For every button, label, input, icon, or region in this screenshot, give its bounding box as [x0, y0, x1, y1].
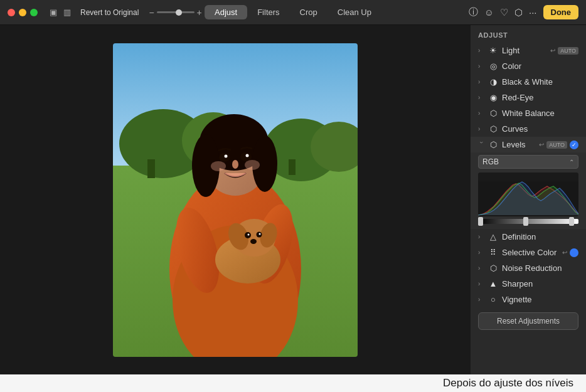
slider-handle-mid[interactable] — [523, 217, 528, 226]
zoom-plus-button[interactable]: + — [197, 8, 202, 18]
light-icon: ☀ — [488, 46, 498, 55]
close-button[interactable] — [8, 9, 15, 16]
chevron-definition: › — [478, 233, 484, 240]
photo-image — [113, 43, 358, 357]
selective-reset-icon: ↩ — [562, 249, 567, 256]
adjust-item-white-balance[interactable]: › ⬡ White Balance — [471, 105, 586, 121]
right-panel: ADJUST › ☀ Light ↩ AUTO › ◎ Color › ◑ Bl… — [470, 25, 586, 374]
adjust-item-black-white[interactable]: › ◑ Black & White — [471, 74, 586, 90]
slider-handle-right[interactable] — [569, 217, 574, 226]
revert-button[interactable]: Revert to Original — [80, 8, 139, 17]
emoji-icon[interactable]: ☺ — [484, 7, 494, 18]
svg-point-28 — [240, 152, 252, 161]
adjust-item-definition[interactable]: › △ Definition — [471, 229, 586, 245]
panel-header: ADJUST — [471, 25, 586, 43]
heart-icon[interactable]: ♡ — [500, 7, 508, 18]
adjust-item-red-eye[interactable]: › ◉ Red-Eye — [471, 90, 586, 105]
adjust-item-noise[interactable]: › ⬡ Noise Reduction — [471, 260, 586, 276]
vignette-label: Vignette — [502, 295, 578, 304]
maximize-button[interactable] — [30, 9, 38, 16]
svg-point-21 — [250, 239, 257, 244]
svg-point-27 — [219, 153, 230, 162]
chevron-selective: › — [478, 249, 484, 256]
window-icons: ▣ ▥ — [48, 7, 73, 18]
rgb-label: RGB — [482, 157, 499, 166]
definition-label: Definition — [502, 232, 578, 241]
noise-icon: ⬡ — [488, 263, 498, 273]
photo-area — [0, 25, 470, 374]
adjust-item-curves[interactable]: › ⬡ Curves — [471, 121, 586, 137]
photo-container — [113, 43, 358, 357]
adjust-item-light[interactable]: › ☀ Light ↩ AUTO — [471, 43, 586, 58]
curves-label: Curves — [502, 124, 578, 134]
more-icon[interactable]: ··· — [529, 7, 537, 18]
redeye-label: Red-Eye — [502, 93, 578, 102]
light-label: Light — [502, 46, 546, 55]
adjust-item-vignette[interactable]: › ○ Vignette — [471, 292, 586, 307]
adjust-item-levels[interactable]: › ⬡ Levels ↩ AUTO ✓ — [471, 137, 586, 152]
caption-text: Depois do ajuste dos níveis — [443, 377, 573, 389]
chevron-light: › — [478, 47, 484, 54]
zoom-slider[interactable] — [157, 11, 194, 13]
wb-icon: ⬡ — [488, 109, 498, 118]
window-icon-2: ▥ — [61, 7, 73, 18]
tab-adjust[interactable]: Adjust — [205, 5, 247, 19]
slider-handle-left[interactable] — [478, 217, 483, 226]
curves-icon: ⬡ — [488, 124, 498, 134]
info-icon[interactable]: ⓘ — [469, 6, 478, 18]
wb-label: White Balance — [502, 109, 578, 118]
color-label: Color — [502, 61, 578, 71]
rgb-dropdown[interactable]: RGB ⌃ — [478, 155, 578, 169]
chevron-color: › — [478, 63, 484, 70]
tab-crop[interactable]: Crop — [290, 5, 328, 19]
tab-cleanup[interactable]: Clean Up — [328, 5, 381, 19]
levels-badges: ↩ AUTO ✓ — [539, 140, 578, 149]
chevron-curves: › — [478, 125, 484, 132]
bottom-caption: Depois do ajuste dos níveis — [0, 374, 586, 392]
titlebar: ▣ ▥ Revert to Original − + Adjust Filter… — [0, 0, 586, 25]
zoom-minus-button[interactable]: − — [149, 8, 154, 18]
levels-section: RGB ⌃ — [471, 152, 586, 229]
light-auto-badge: AUTO — [558, 47, 578, 55]
bw-icon: ◑ — [488, 77, 498, 87]
reset-adjustments-button[interactable]: Reset Adjustments — [478, 312, 578, 330]
chevron-levels: › — [478, 142, 485, 148]
redeye-icon: ◉ — [488, 93, 498, 102]
light-reset-icon: ↩ — [550, 47, 555, 54]
chevron-vignette: › — [478, 296, 484, 303]
definition-icon: △ — [488, 232, 498, 241]
histogram-svg — [478, 172, 578, 216]
svg-point-33 — [245, 160, 260, 170]
rgb-chevron-icon: ⌃ — [569, 159, 574, 166]
levels-icon: ⬡ — [488, 140, 498, 149]
levels-auto-badge: AUTO — [546, 141, 567, 149]
sharpen-icon: ▲ — [488, 279, 498, 289]
adjust-item-color[interactable]: › ◎ Color — [471, 58, 586, 74]
chevron-wb: › — [478, 110, 484, 117]
share-icon[interactable]: ⬡ — [514, 7, 523, 18]
levels-slider[interactable] — [478, 219, 578, 224]
adjust-item-sharpen[interactable]: › ▲ Sharpen — [471, 276, 586, 292]
done-button[interactable]: Done — [543, 5, 579, 19]
svg-point-19 — [247, 233, 249, 235]
nav-tabs: Adjust Filters Crop Clean Up — [205, 5, 381, 19]
tab-filters[interactable]: Filters — [247, 5, 289, 19]
svg-rect-6 — [147, 159, 155, 178]
sharpen-label: Sharpen — [502, 279, 578, 289]
svg-point-20 — [258, 233, 260, 235]
chevron-noise: › — [478, 265, 484, 272]
svg-point-29 — [224, 154, 227, 157]
selective-badges: ↩ — [562, 248, 578, 257]
noise-label: Noise Reduction — [502, 263, 578, 273]
main-content: ADJUST › ☀ Light ↩ AUTO › ◎ Color › ◑ Bl… — [0, 25, 586, 374]
svg-point-30 — [245, 154, 248, 157]
levels-reset-icon: ↩ — [539, 141, 544, 148]
chevron-redeye: › — [478, 94, 484, 101]
window-icon-1: ▣ — [48, 7, 59, 18]
adjust-item-selective-color[interactable]: › ⠿ Selective Color ↩ — [471, 245, 586, 260]
bw-label: Black & White — [502, 77, 578, 87]
traffic-lights — [8, 9, 38, 16]
histogram-container — [478, 172, 578, 216]
minimize-button[interactable] — [19, 9, 26, 16]
svg-rect-8 — [289, 159, 296, 175]
